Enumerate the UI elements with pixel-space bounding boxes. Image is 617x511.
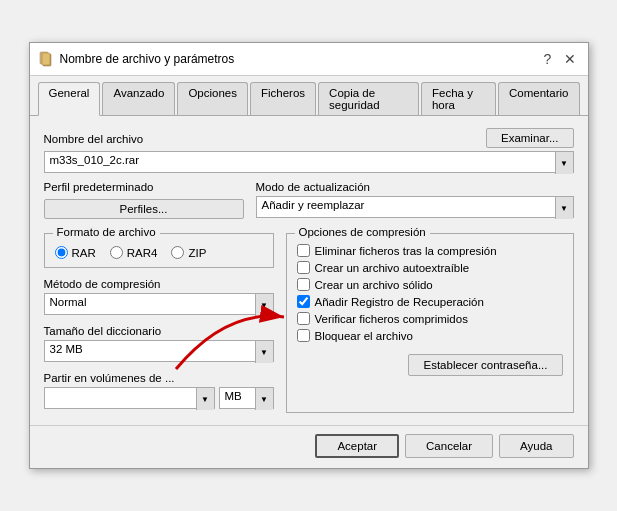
tab-bar: General Avanzado Opciones Ficheros Copia… (30, 76, 588, 116)
dictionary-arrow[interactable]: ▼ (255, 341, 273, 363)
dictionary-label: Tamaño del diccionario (44, 325, 274, 337)
volumes-unit-dropdown[interactable]: MB ▼ (219, 387, 274, 409)
cancel-button[interactable]: Cancelar (405, 434, 493, 458)
help-title-button[interactable]: ? (538, 49, 558, 69)
opt2-label: Crear un archivo autoextraíble (315, 262, 470, 274)
opt4-label: Añadir Registro de Recuperación (315, 296, 484, 308)
app-icon (38, 51, 54, 67)
volumes-unit-arrow[interactable]: ▼ (255, 388, 273, 410)
format-zip-radio[interactable] (171, 246, 184, 259)
format-rar4-label: RAR4 (127, 247, 158, 259)
format-zip-option[interactable]: ZIP (171, 246, 206, 259)
password-button[interactable]: Establecer contraseña... (408, 354, 562, 376)
update-mode-section: Modo de actualización Añadir y reemplaza… (256, 181, 574, 219)
tab-opciones[interactable]: Opciones (177, 82, 248, 115)
format-radio-group: RAR RAR4 ZIP (55, 246, 263, 259)
tab-content: Nombre del archivo Examinar... m33s_010_… (30, 116, 588, 419)
opt6-item[interactable]: Bloquear el archivo (297, 329, 563, 342)
opt3-checkbox[interactable] (297, 278, 310, 291)
tab-comentario[interactable]: Comentario (498, 82, 579, 115)
filename-section: Nombre del archivo Examinar... m33s_010_… (44, 128, 574, 173)
format-rar-label: RAR (72, 247, 96, 259)
update-mode-dropdown[interactable]: Añadir y reemplazar ▼ (256, 196, 574, 218)
compression-options-group: Opciones de compresión Eliminar ficheros… (286, 233, 574, 413)
tab-general[interactable]: General (38, 82, 101, 116)
dictionary-value: 32 MB (45, 341, 255, 361)
left-column: Formato de archivo RAR RAR4 ZIP (44, 229, 274, 409)
opt3-item[interactable]: Crear un archivo sólido (297, 278, 563, 291)
format-rar-radio[interactable] (55, 246, 68, 259)
archive-format-label: Formato de archivo (53, 226, 160, 238)
right-column: Opciones de compresión Eliminar ficheros… (286, 229, 574, 409)
archive-format-group: Formato de archivo RAR RAR4 ZIP (44, 233, 274, 268)
compression-options-list: Eliminar ficheros tras la compresión Cre… (297, 244, 563, 342)
window-controls: ? ✕ (538, 49, 580, 69)
filename-label: Nombre del archivo (44, 133, 144, 145)
update-mode-arrow[interactable]: ▼ (555, 197, 573, 219)
opt4-checkbox[interactable] (297, 295, 310, 308)
compression-options-label: Opciones de compresión (295, 226, 430, 238)
filename-value: m33s_010_2c.rar (45, 152, 555, 172)
profile-section: Perfil predeterminado Perfiles... (44, 181, 244, 219)
opt5-checkbox[interactable] (297, 312, 310, 325)
svg-rect-2 (42, 53, 50, 65)
compression-method-value: Normal (45, 294, 255, 314)
update-mode-label: Modo de actualización (256, 181, 574, 193)
format-rar-option[interactable]: RAR (55, 246, 96, 259)
window-title: Nombre de archivo y parámetros (60, 52, 538, 66)
volumes-arrow[interactable]: ▼ (196, 388, 214, 410)
format-zip-label: ZIP (188, 247, 206, 259)
profile-label: Perfil predeterminado (44, 181, 244, 193)
browse-button[interactable]: Examinar... (486, 128, 574, 148)
format-rar4-radio[interactable] (110, 246, 123, 259)
opt5-label: Verificar ficheros comprimidos (315, 313, 468, 325)
volumes-label: Partir en volúmenes de ... (44, 372, 274, 384)
compression-method-arrow[interactable]: ▼ (255, 294, 273, 316)
dictionary-dropdown[interactable]: 32 MB ▼ (44, 340, 274, 362)
volumes-unit: MB (220, 388, 255, 408)
opt6-label: Bloquear el archivo (315, 330, 413, 342)
opt1-item[interactable]: Eliminar ficheros tras la compresión (297, 244, 563, 257)
tab-avanzado[interactable]: Avanzado (102, 82, 175, 115)
volumes-value (45, 388, 196, 408)
update-mode-value: Añadir y reemplazar (257, 197, 555, 217)
format-rar4-option[interactable]: RAR4 (110, 246, 158, 259)
opt6-checkbox[interactable] (297, 329, 310, 342)
tab-copia[interactable]: Copia de seguridad (318, 82, 419, 115)
tab-ficheros[interactable]: Ficheros (250, 82, 316, 115)
profiles-button[interactable]: Perfiles... (44, 199, 244, 219)
opt1-label: Eliminar ficheros tras la compresión (315, 245, 497, 257)
volumes-section: Partir en volúmenes de ... ▼ MB ▼ (44, 372, 274, 409)
compression-method-section: Método de compresión Normal ▼ (44, 278, 274, 315)
filename-input[interactable]: m33s_010_2c.rar ▼ (44, 151, 574, 173)
volumes-input[interactable]: ▼ (44, 387, 215, 409)
footer: Aceptar Cancelar Ayuda (30, 425, 588, 468)
opt4-item[interactable]: Añadir Registro de Recuperación (297, 295, 563, 308)
tab-fecha[interactable]: Fecha y hora (421, 82, 496, 115)
close-button[interactable]: ✕ (560, 49, 580, 69)
opt3-label: Crear un archivo sólido (315, 279, 433, 291)
compression-method-dropdown[interactable]: Normal ▼ (44, 293, 274, 315)
opt2-item[interactable]: Crear un archivo autoextraíble (297, 261, 563, 274)
filename-dropdown-arrow[interactable]: ▼ (555, 152, 573, 174)
compression-method-label: Método de compresión (44, 278, 274, 290)
opt2-checkbox[interactable] (297, 261, 310, 274)
opt1-checkbox[interactable] (297, 244, 310, 257)
help-button[interactable]: Ayuda (499, 434, 573, 458)
title-bar: Nombre de archivo y parámetros ? ✕ (30, 43, 588, 76)
ok-button[interactable]: Aceptar (315, 434, 399, 458)
opt5-item[interactable]: Verificar ficheros comprimidos (297, 312, 563, 325)
dictionary-section: Tamaño del diccionario 32 MB ▼ (44, 325, 274, 362)
main-window: Nombre de archivo y parámetros ? ✕ Gener… (29, 42, 589, 469)
